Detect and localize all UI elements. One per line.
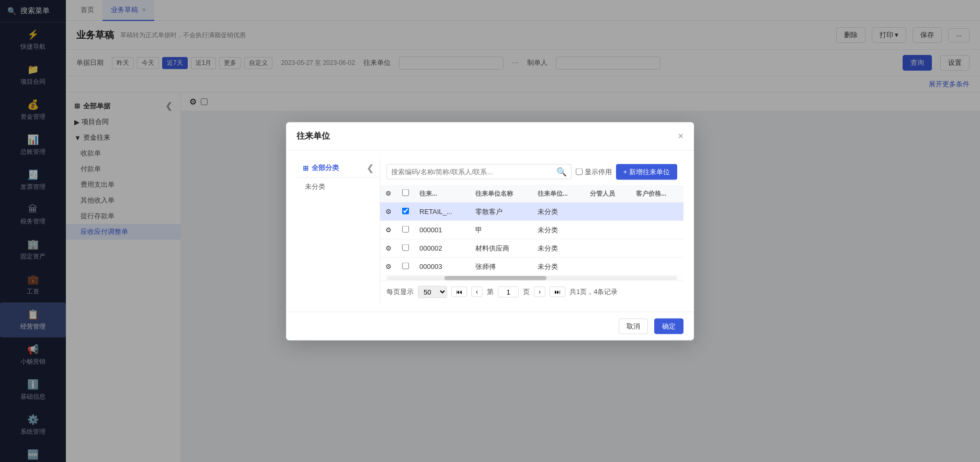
row-name: 甲	[470, 221, 532, 239]
col-settings: ⚙	[380, 185, 397, 202]
dialog-pagination: 每页显示 50 100 ⏮ ‹ 第 页 › ⏭ 共1页，4条记录	[380, 280, 683, 303]
dialog-search-box: 🔍	[386, 164, 572, 179]
row-name: 材料供应商	[470, 239, 532, 257]
row-checkbox[interactable]	[397, 239, 414, 257]
row-code: 000003	[414, 257, 470, 276]
row-category: 未分类	[532, 257, 585, 276]
table-row[interactable]: ⚙ RETAIL_... 零散客户 未分类	[380, 202, 683, 221]
page-number-input[interactable]	[498, 286, 519, 297]
dialog-scrollbar[interactable]	[386, 276, 677, 280]
next-page-btn[interactable]: ›	[534, 287, 545, 297]
row-manager	[585, 202, 631, 221]
dialog-scrollbar-thumb	[445, 276, 546, 280]
dialog-body: ⊞ 全部分类 ❮ 未分类 🔍 显示停用	[286, 150, 694, 311]
dialog-select-all[interactable]	[402, 189, 409, 196]
col-price: 客户价格...	[631, 185, 683, 202]
total-label: 共1页，4条记录	[569, 287, 618, 297]
row-settings: ⚙	[380, 239, 397, 257]
row-category: 未分类	[532, 202, 585, 221]
row-price	[631, 257, 683, 276]
page-label: 页	[523, 287, 530, 297]
dialog-title: 往来单位	[297, 130, 330, 141]
row-code: 000002	[414, 239, 470, 257]
per-page-label: 每页显示	[386, 287, 414, 297]
first-page-btn[interactable]: ⏮	[451, 287, 467, 297]
row-name: 零散客户	[470, 202, 532, 221]
search-icon-2: 🔍	[556, 167, 567, 177]
show-disabled-toggle: 显示停用	[576, 167, 612, 176]
col-category: 往来单位...	[532, 185, 585, 202]
dialog-content: ⊞ 全部分类 ❮ 未分类 🔍 显示停用	[297, 159, 683, 303]
col-manager: 分管人员	[585, 185, 631, 202]
partner-dialog: 往来单位 × ⊞ 全部分类 ❮ 未分类 🔍	[286, 122, 694, 340]
last-page-btn[interactable]: ⏭	[550, 287, 565, 297]
dialog-category-unclassified[interactable]: 未分类	[297, 177, 380, 195]
dialog-left-header: ⊞ 全部分类 ❮	[297, 159, 380, 177]
col-select	[397, 185, 414, 202]
row-price	[631, 202, 683, 221]
add-partner-button[interactable]: + 新增往来单位	[616, 164, 677, 179]
row-checkbox[interactable]	[397, 257, 414, 276]
row-settings: ⚙	[380, 202, 397, 221]
collapse-dialog-left-btn[interactable]: ❮	[367, 163, 373, 173]
row-manager	[585, 257, 631, 276]
dialog-footer: 取消 确定	[286, 311, 694, 340]
dialog-left-panel: ⊞ 全部分类 ❮ 未分类	[297, 159, 380, 303]
row-settings: ⚙	[380, 221, 397, 239]
per-page-select[interactable]: 50 100	[418, 286, 447, 298]
row-category: 未分类	[532, 239, 585, 257]
grid-icon-2: ⊞	[303, 164, 309, 172]
row-code: 000001	[414, 221, 470, 239]
row-checkbox[interactable]	[397, 221, 414, 239]
col-name: 往来单位名称	[470, 185, 532, 202]
show-disabled-checkbox[interactable]	[576, 168, 583, 175]
table-row[interactable]: ⚙ 000002 材料供应商 未分类	[380, 239, 683, 257]
row-name: 张师傅	[470, 257, 532, 276]
row-code: RETAIL_...	[414, 202, 470, 221]
row-settings: ⚙	[380, 257, 397, 276]
dialog-table: ⚙ 往来... 往来单位名称 往来单位... 分管人员 客户价格... ⚙ RE…	[380, 185, 683, 276]
row-category: 未分类	[532, 221, 585, 239]
dialog-right-panel: 🔍 显示停用 + 新增往来单位 ⚙	[380, 159, 683, 303]
dialog-table-wrap: ⚙ 往来... 往来单位名称 往来单位... 分管人员 客户价格... ⚙ RE…	[380, 185, 683, 276]
row-manager	[585, 221, 631, 239]
dialog-search-input[interactable]	[391, 168, 553, 176]
row-price	[631, 221, 683, 239]
row-checkbox[interactable]	[397, 202, 414, 221]
row-price	[631, 239, 683, 257]
prev-page-btn[interactable]: ‹	[471, 287, 483, 297]
row-manager	[585, 239, 631, 257]
col-code: 往来...	[414, 185, 470, 202]
gear-icon-3[interactable]: ⚙	[385, 190, 391, 197]
cancel-button[interactable]: 取消	[619, 318, 648, 334]
dialog-close-button[interactable]: ×	[678, 130, 683, 141]
dialog-right-toolbar: 🔍 显示停用 + 新增往来单位	[380, 159, 683, 185]
confirm-button[interactable]: 确定	[654, 318, 683, 334]
page-word: 第	[487, 287, 494, 297]
table-row[interactable]: ⚙ 000003 张师傅 未分类	[380, 257, 683, 276]
dialog-header: 往来单位 ×	[286, 122, 694, 150]
table-row[interactable]: ⚙ 000001 甲 未分类	[380, 221, 683, 239]
